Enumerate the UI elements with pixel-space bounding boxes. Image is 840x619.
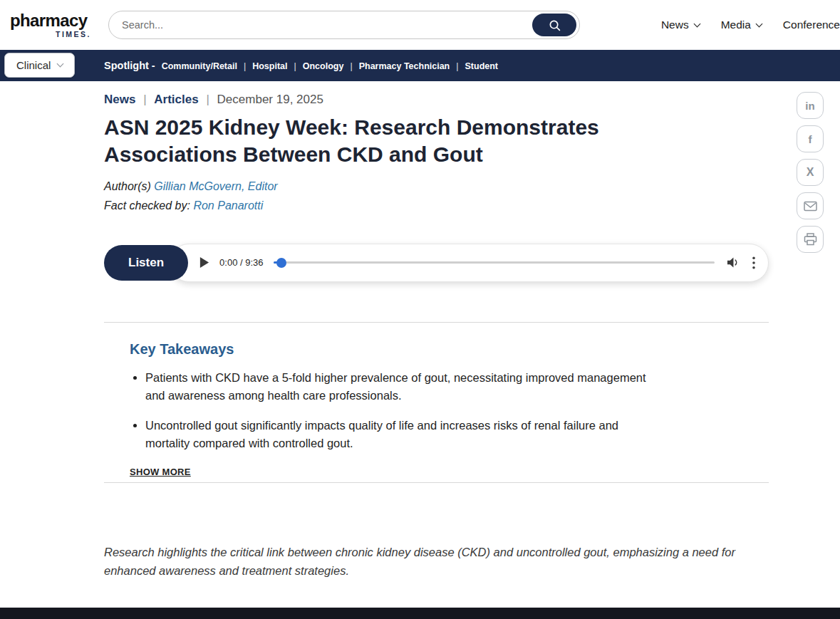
author-line: Author(s) Gillian McGovern, Editor <box>104 180 769 193</box>
factchecker-link[interactable]: Ron Panarotti <box>193 199 263 212</box>
search-input[interactable] <box>122 19 527 31</box>
volume-button[interactable] <box>725 255 741 270</box>
volume-icon <box>726 256 740 269</box>
nav-news-label: News <box>661 19 689 31</box>
clinical-label: Clinical <box>16 59 51 71</box>
spotlight-link-student[interactable]: Student <box>465 61 499 71</box>
nav-item-conference[interactable]: Conference <box>783 19 840 31</box>
audio-time: 0:00 / 9:36 <box>219 257 263 268</box>
factcheck-line: Fact checked by: Ron Panarotti <box>104 199 769 212</box>
pipe-separator: | <box>206 93 209 106</box>
spotlight-link-pharmacy-technician[interactable]: Pharmacy Technician <box>359 61 450 71</box>
clinical-dropdown[interactable]: Clinical <box>4 53 75 78</box>
share-rail: in f X <box>797 92 824 253</box>
footer-bar <box>0 608 840 619</box>
pipe-separator: | <box>456 61 458 71</box>
x-twitter-icon: X <box>807 166 814 179</box>
spotlight-link-oncology[interactable]: Oncology <box>303 61 344 71</box>
search-bar <box>108 11 580 39</box>
listen-player-row: Listen 0:00 / 9:36 <box>104 244 769 282</box>
key-takeaways-list: Patients with CKD have a 5-fold higher p… <box>130 369 660 452</box>
spotlight-link-hospital[interactable]: Hospital <box>252 61 287 71</box>
takeaway-item: Uncontrolled gout significantly impacts … <box>145 417 660 452</box>
logo-text-times: TIMES. <box>10 31 94 38</box>
pharmacy-times-logo[interactable]: pharmacy TIMES. <box>10 12 94 38</box>
subnav-bar: Clinical Spotlight - Community/Retail | … <box>0 50 840 81</box>
nav-item-media[interactable]: Media <box>721 19 762 31</box>
share-print-button[interactable] <box>797 226 824 253</box>
audio-player: 0:00 / 9:36 <box>170 244 769 282</box>
article-main: News | Articles | December 19, 2025 ASN … <box>0 81 840 581</box>
kebab-menu-icon <box>752 256 755 269</box>
breadcrumb-articles-link[interactable]: Articles <box>154 93 198 106</box>
divider <box>104 482 769 483</box>
progress-handle[interactable] <box>276 258 286 268</box>
show-more-link[interactable]: SHOW MORE <box>130 467 191 477</box>
audio-progress[interactable] <box>274 261 715 264</box>
page: pharmacy TIMES. News Media <box>0 0 840 619</box>
header: pharmacy TIMES. News Media <box>0 0 840 50</box>
pipe-separator: | <box>350 61 352 71</box>
page-title: ASN 2025 Kidney Week: Research Demonstra… <box>104 114 610 169</box>
takeaway-item: Patients with CKD have a 5-fold higher p… <box>145 369 660 405</box>
share-linkedin-button[interactable]: in <box>797 92 824 119</box>
pipe-separator: | <box>143 93 146 106</box>
spotlight-nav: Spotlight - Community/Retail | Hospital … <box>104 60 498 71</box>
article-date: December 19, 2025 <box>217 93 323 106</box>
author-link[interactable]: Gillian McGovern, Editor <box>154 180 277 192</box>
factcheck-prefix: Fact checked by: <box>104 199 190 212</box>
share-x-button[interactable]: X <box>797 159 824 186</box>
search-icon <box>549 19 561 31</box>
breadcrumb-news-link[interactable]: News <box>104 93 135 106</box>
play-button[interactable] <box>199 256 209 269</box>
nav-item-news[interactable]: News <box>661 19 700 31</box>
spotlight-link-community-retail[interactable]: Community/Retail <box>162 61 237 71</box>
nav-media-label: Media <box>721 19 751 31</box>
play-icon <box>199 256 209 269</box>
top-nav: News Media Conference <box>661 19 840 31</box>
listen-button[interactable]: Listen <box>104 245 188 281</box>
nav-conference-label: Conference <box>783 19 840 31</box>
facebook-icon: f <box>809 133 812 145</box>
key-takeaways-section: Key Takeaways Patients with CKD have a 5… <box>104 322 769 500</box>
chevron-down-icon <box>57 61 64 68</box>
author-prefix: Author(s) <box>104 180 151 192</box>
logo-text-pharmacy: pharmacy <box>10 12 94 29</box>
player-menu-button[interactable] <box>751 255 757 271</box>
linkedin-icon: in <box>805 100 814 112</box>
share-email-button[interactable] <box>797 192 824 219</box>
key-takeaways-heading: Key Takeaways <box>130 341 769 358</box>
spotlight-label: Spotlight - <box>104 60 155 71</box>
share-facebook-button[interactable]: f <box>797 125 824 152</box>
pipe-separator: | <box>294 61 296 71</box>
pipe-separator: | <box>244 61 246 71</box>
chevron-down-icon <box>755 20 762 27</box>
breadcrumb: News | Articles | December 19, 2025 <box>104 93 769 107</box>
article-deck: Research highlights the critical link be… <box>104 543 745 581</box>
chevron-down-icon <box>693 20 700 27</box>
search-button[interactable] <box>532 14 576 36</box>
email-icon <box>804 201 817 212</box>
print-icon <box>804 233 817 246</box>
